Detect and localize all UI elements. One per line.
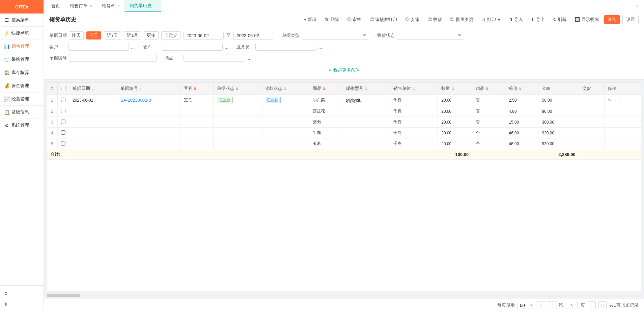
- refresh-button[interactable]: ↻ 刷新: [550, 15, 569, 24]
- customer-input[interactable]: [68, 43, 129, 51]
- col-gear[interactable]: ⚙: [47, 83, 58, 95]
- sidebar-item-finance[interactable]: 💰 资金管理: [0, 79, 44, 93]
- tab-sales-delivery[interactable]: 销货单 ×: [97, 0, 125, 12]
- new-button[interactable]: + 新增: [301, 15, 319, 24]
- col-unit-price[interactable]: 单价 ⇅: [505, 83, 538, 95]
- col-customer[interactable]: 客户 ⇅: [180, 83, 214, 95]
- col-qty[interactable]: 数量 ⇅: [438, 83, 472, 95]
- col-spec[interactable]: 规格型号 ⇅: [342, 83, 390, 95]
- date-more-btn[interactable]: 更多: [144, 31, 159, 40]
- import-button-label: ⬆ 导入: [509, 17, 523, 23]
- footer-total-amount: 2,286.00: [558, 152, 576, 157]
- row-checkbox[interactable]: [61, 120, 65, 124]
- row-qty: 20.00: [438, 128, 472, 138]
- more-icon[interactable]: ⋮⋮: [614, 98, 622, 103]
- goods-ellipsis[interactable]: ...: [246, 55, 250, 61]
- col-collect-status[interactable]: 收款状态 ⇅: [261, 83, 309, 95]
- sidebar-item-inventory[interactable]: 🏠 库存核算: [0, 66, 44, 79]
- col-goods[interactable]: 商品 ⇅: [309, 83, 342, 95]
- col-doc-status[interactable]: 单据状态 ⇅: [214, 83, 261, 95]
- tab-sales-order[interactable]: 销售订单 ×: [65, 0, 97, 12]
- date-yesterday-btn[interactable]: 昨天: [69, 31, 84, 40]
- tab-sales-order-label: 销售订单: [70, 3, 87, 9]
- table-row: 1 2023-06-02 SA-20230602-0 王总 已生效: [47, 95, 641, 106]
- page-prev-button[interactable]: ⟨: [548, 301, 556, 309]
- col-doc-no[interactable]: 单据编号 ⇅: [117, 83, 180, 95]
- sidebar-item-ops[interactable]: 📈 经营管理: [0, 93, 44, 106]
- date-from-input[interactable]: [183, 32, 224, 40]
- tab-home[interactable]: 首页: [47, 0, 65, 12]
- import-button[interactable]: ⬆ 导入: [507, 15, 526, 24]
- bottom-settings-icon: ⚙: [4, 291, 8, 296]
- horizontal-scrollbar[interactable]: [47, 294, 641, 297]
- goods-input[interactable]: [184, 54, 244, 62]
- window-close-button[interactable]: ×: [633, 3, 641, 8]
- query-button[interactable]: 查询: [604, 15, 620, 24]
- sidebar-bottom-settings[interactable]: ⚙: [0, 288, 44, 299]
- date-to-input[interactable]: [233, 32, 274, 40]
- sidebar-bottom-pause[interactable]: ⏸: [0, 299, 44, 309]
- settings-button[interactable]: 设置: [622, 15, 639, 24]
- export-button[interactable]: ⬇ 导出: [528, 15, 548, 24]
- collect-status-select[interactable]: [397, 32, 464, 40]
- row-transaction: [579, 95, 605, 106]
- date-last7-btn[interactable]: 近7天: [104, 31, 121, 40]
- doc-no-link[interactable]: SA-20230602-0: [120, 98, 151, 103]
- select-all-checkbox[interactable]: [61, 86, 65, 90]
- sidebar-item-search-menu[interactable]: ☰ 搜索菜单: [0, 14, 44, 27]
- collect-button-label: ◎ 收款: [428, 17, 442, 23]
- delete-button[interactable]: 🗑 删除: [322, 15, 342, 24]
- row-unit-price: 15.00: [505, 117, 538, 128]
- unit-sort-icon: ⇅: [412, 87, 415, 90]
- row-transaction: [579, 128, 605, 138]
- row-unit-price: 2.50: [505, 95, 538, 106]
- row-checkbox[interactable]: [61, 109, 65, 113]
- date-custom-btn[interactable]: 自定义: [161, 31, 180, 40]
- filter-doc-type: 单据类型: [282, 32, 369, 40]
- col-unit[interactable]: 销售单位 ⇅: [390, 83, 438, 95]
- edit-icon[interactable]: ✎: [608, 98, 612, 103]
- warehouse-ellipsis[interactable]: ...: [225, 44, 229, 50]
- sidebar-item-basic-info[interactable]: 📋 基础信息: [0, 106, 44, 119]
- tab-sales-delivery-close[interactable]: ×: [118, 4, 120, 8]
- date-last-month-btn[interactable]: 近1月: [124, 31, 141, 40]
- row-amount: 920.00: [538, 128, 579, 138]
- page-last-button[interactable]: ⟩⟩: [598, 301, 607, 309]
- print-button[interactable]: 🖨 打印 ▼: [479, 15, 504, 24]
- row-checkbox[interactable]: [61, 98, 65, 102]
- bottom-pause-icon: ⏸: [4, 302, 8, 307]
- doc-no-input[interactable]: [69, 54, 157, 62]
- row-checkbox[interactable]: [61, 130, 65, 135]
- col-gift[interactable]: 赠品 ⇅: [472, 83, 505, 95]
- sidebar-item-sys[interactable]: ⚙ 系统管理: [0, 119, 44, 132]
- col-date[interactable]: 单据日期 ⇅: [69, 83, 117, 95]
- row-doc-status: [214, 117, 261, 128]
- row-checkbox[interactable]: [61, 141, 65, 146]
- tab-sales-order-close[interactable]: ×: [90, 4, 92, 8]
- sidebar-item-quick-nav[interactable]: ⚡ 快捷导航: [0, 27, 44, 40]
- review-print-button[interactable]: ◎ 审核并打印: [367, 15, 400, 24]
- doc-type-select[interactable]: [302, 32, 369, 40]
- page-next-button[interactable]: ⟩: [588, 301, 596, 309]
- salesperson-input[interactable]: [255, 43, 316, 51]
- tab-sales-history-close[interactable]: ×: [154, 4, 156, 7]
- page-number-input[interactable]: [566, 302, 578, 309]
- review-button[interactable]: ◎ 审核: [344, 15, 364, 24]
- tab-sales-history[interactable]: 销货单历史 ×: [125, 0, 161, 12]
- tab-home-label: 首页: [51, 3, 60, 9]
- warehouse-input[interactable]: [162, 43, 223, 51]
- show-detail-button[interactable]: 🔲 显示明细: [572, 15, 601, 24]
- customer-ellipsis[interactable]: ...: [131, 44, 135, 50]
- table-row: 2 西兰花 千克 20.00 否 4.80: [47, 106, 641, 117]
- salesperson-ellipsis[interactable]: ...: [318, 44, 322, 50]
- collect-button[interactable]: ◎ 收款: [425, 15, 445, 24]
- scrollbar-thumb[interactable]: [47, 294, 80, 297]
- page-first-button[interactable]: ⟨⟨: [537, 301, 545, 309]
- collapse-button[interactable]: ∧ 收起更多条件: [49, 65, 639, 75]
- per-page-select[interactable]: 10 20 50 100: [517, 302, 534, 309]
- sidebar-item-purchase[interactable]: 🛒 采购管理: [0, 53, 44, 66]
- sidebar-item-sales[interactable]: 📊 销售管理: [0, 40, 44, 53]
- date-today-btn[interactable]: 今天: [86, 31, 101, 40]
- batch-change-button[interactable]: ◎ 批量变更: [447, 15, 476, 24]
- abandon-button[interactable]: ◎ 弃审: [402, 15, 422, 24]
